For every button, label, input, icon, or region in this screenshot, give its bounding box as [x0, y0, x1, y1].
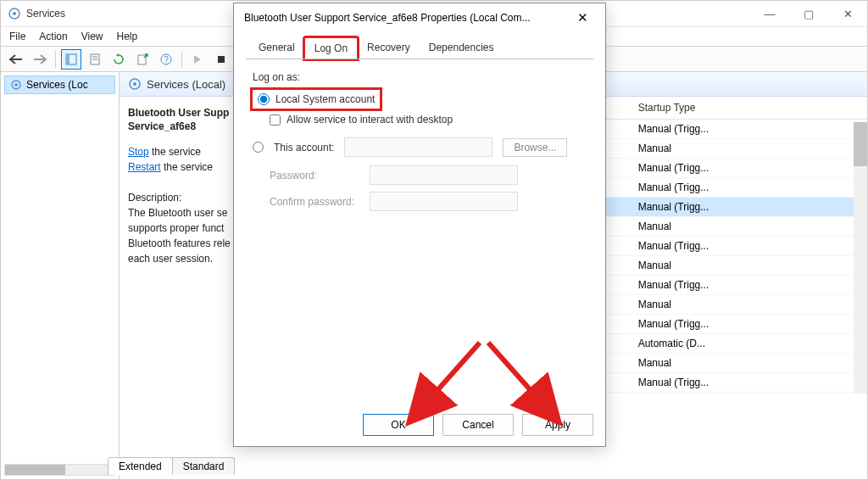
- tree-item-label: Services (Loc: [26, 79, 88, 91]
- properties-dialog: Bluetooth User Support Service_af6e8 Pro…: [233, 3, 606, 447]
- cancel-button[interactable]: Cancel: [442, 414, 514, 436]
- menu-view[interactable]: View: [81, 31, 103, 42]
- service-name: Bluetooth User Supp: [128, 107, 248, 119]
- gear-icon: [8, 7, 21, 20]
- menu-action[interactable]: Action: [39, 31, 67, 42]
- description-text: The Bluetooth user se supports proper fu…: [128, 207, 231, 265]
- minimize-button[interactable]: —: [750, 1, 789, 26]
- close-button[interactable]: ✕: [828, 1, 867, 26]
- menu-file[interactable]: File: [9, 31, 25, 42]
- tab-logon[interactable]: Log On: [304, 37, 358, 59]
- tab-extended[interactable]: Extended: [108, 457, 173, 475]
- window-title: Services: [26, 8, 65, 20]
- svg-rect-10: [218, 56, 225, 63]
- checkbox-interact-label: Allow service to interact with desktop: [287, 114, 453, 126]
- col-startup[interactable]: Startup Type: [632, 97, 867, 120]
- gear-icon: [128, 77, 142, 91]
- tree-pane: Services (Loc: [1, 72, 120, 479]
- dialog-title: Bluetooth User Support Service_af6e8 Pro…: [244, 12, 531, 24]
- ok-button[interactable]: OK: [363, 414, 434, 436]
- vertical-scrollbar[interactable]: [854, 122, 867, 393]
- radio-local-system-label: Local System account: [275, 93, 375, 105]
- svg-point-14: [133, 82, 136, 86]
- description-label: Description:: [128, 192, 181, 204]
- horizontal-scrollbar[interactable]: [4, 464, 115, 476]
- gear-icon: [10, 79, 22, 91]
- restart-link[interactable]: Restart: [128, 161, 161, 173]
- svg-point-1: [13, 12, 16, 15]
- show-hide-tree-button[interactable]: [61, 49, 81, 70]
- export-button[interactable]: [132, 49, 153, 70]
- tree-item-services[interactable]: Services (Loc: [4, 75, 115, 94]
- logon-as-label: Log on as:: [253, 71, 587, 83]
- svg-point-12: [14, 83, 18, 87]
- back-button[interactable]: [6, 49, 26, 70]
- service-name-2: Service_af6e8: [128, 120, 248, 132]
- help-button[interactable]: ?: [156, 49, 176, 70]
- stop-link[interactable]: Stop: [128, 146, 149, 158]
- dialog-close-button[interactable]: ✕: [570, 7, 595, 29]
- start-service-button[interactable]: [187, 49, 208, 70]
- browse-button[interactable]: Browse...: [503, 138, 567, 157]
- radio-this-account[interactable]: [253, 142, 264, 153]
- pane-title: Services (Local): [147, 78, 225, 91]
- radio-this-account-label: This account:: [274, 142, 334, 153]
- stop-service-button[interactable]: [211, 49, 231, 70]
- password-input[interactable]: [370, 165, 518, 185]
- refresh-button[interactable]: [108, 49, 129, 70]
- apply-button[interactable]: Apply: [522, 414, 593, 436]
- properties-button[interactable]: [85, 49, 105, 70]
- view-tabs: Extended Standard: [108, 457, 234, 475]
- tab-general[interactable]: General: [249, 37, 304, 59]
- confirm-password-input[interactable]: [370, 192, 518, 211]
- confirm-password-label: Confirm password:: [270, 196, 363, 208]
- menu-help[interactable]: Help: [117, 31, 138, 42]
- svg-rect-3: [66, 54, 70, 64]
- checkbox-interact-desktop[interactable]: [270, 114, 281, 126]
- password-label: Password:: [270, 170, 363, 181]
- svg-text:?: ?: [164, 55, 169, 64]
- tab-standard[interactable]: Standard: [172, 457, 236, 475]
- dialog-titlebar: Bluetooth User Support Service_af6e8 Pro…: [234, 3, 605, 32]
- tab-dependencies[interactable]: Dependencies: [420, 37, 504, 59]
- forward-button[interactable]: [30, 49, 50, 70]
- tab-recovery[interactable]: Recovery: [358, 37, 420, 59]
- this-account-input[interactable]: [344, 137, 492, 157]
- maximize-button[interactable]: ▢: [789, 1, 828, 26]
- radio-local-system[interactable]: [258, 93, 270, 105]
